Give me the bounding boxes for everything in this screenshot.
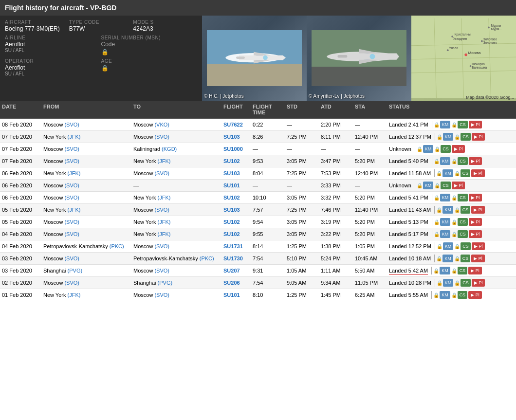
cell-from[interactable]: New York (JFK) [41,170,131,176]
cell-from[interactable]: Moscow (SVO) [41,183,131,188]
cell-to[interactable]: Shanghai (PVG) [131,280,221,286]
play-button[interactable]: ▶ Pl [471,169,485,177]
cell-to[interactable]: — [131,183,221,188]
csv-button[interactable]: CS [461,133,471,141]
modes-label: MODE S [133,19,197,25]
cell-flight[interactable]: SU1000 [221,146,251,152]
cell-flight[interactable]: SU1730 [221,256,251,261]
cell-from[interactable]: Moscow (SVO) [41,231,131,237]
play-button[interactable]: ▶ Pl [469,218,482,226]
cell-from[interactable]: Moscow (SVO) [41,219,131,225]
table-row: 01 Feb 2020 New York (JFK) Moscow (SVO) … [0,289,516,301]
play-button[interactable]: ▶ Pl [468,267,482,274]
cell-flight[interactable]: SU102 [221,231,251,237]
kml-button[interactable]: KM [440,157,451,165]
cell-from[interactable]: Moscow (SVO) [41,146,131,152]
cell-from[interactable]: New York (JFK) [41,207,131,213]
cell-atd: 3:47 PM [319,158,353,164]
cell-sta: — [353,146,387,152]
kml-button[interactable]: KM [440,121,451,128]
cell-flight[interactable]: SU7622 [221,122,251,128]
kml-button[interactable]: KM [440,291,450,299]
kml-button[interactable]: KM [423,182,434,189]
cell-flight[interactable]: SU101 [221,183,251,188]
cell-from[interactable]: Shanghai (PVG) [41,268,131,274]
cell-status: Landed 5:41 PM 🔒 KM 🔒 CS ▶ Pl [387,194,516,201]
cell-from[interactable]: Moscow (SVO) [41,280,131,286]
csv-button[interactable]: CS [461,169,471,177]
cell-to[interactable]: Moscow (SVO) [131,243,221,249]
cell-to[interactable]: New York (JFK) [131,195,221,201]
csv-button[interactable]: CS [458,291,468,299]
csv-button[interactable]: CS [461,206,471,214]
csv-button[interactable]: CS [458,157,468,165]
kml-button[interactable]: KM [442,206,453,214]
play-button[interactable]: ▶ Pl [452,182,465,189]
cell-flight[interactable]: SU102 [221,219,251,225]
play-button[interactable]: ▶ Pl [468,291,482,299]
cell-from[interactable]: New York (JFK) [41,292,131,298]
cell-from[interactable]: Moscow (SVO) [41,195,131,201]
kml-button[interactable]: KM [443,242,454,250]
cell-flight[interactable]: SU206 [221,280,251,286]
cell-from[interactable]: Petropavlovsk-Kamchatsky (PKC) [41,243,131,249]
csv-button[interactable]: CS [458,230,468,238]
play-button[interactable]: ▶ Pl [452,145,465,153]
kml-button[interactable]: KM [440,267,450,274]
cell-flight[interactable]: SU101 [221,292,251,298]
cell-to[interactable]: New York (JFK) [131,231,221,237]
kml-button[interactable]: KM [443,133,454,141]
svg-point-32 [488,27,490,29]
cell-to[interactable]: Moscow (VKO) [131,122,221,128]
cell-to[interactable]: Moscow (SVO) [131,268,221,274]
kml-button[interactable]: KM [440,218,451,226]
play-button[interactable]: ▶ Pl [469,194,482,201]
play-button[interactable]: ▶ Pl [469,230,482,238]
cell-flight[interactable]: SU103 [221,134,251,140]
lock-csv-icon: 🔒 [451,268,457,274]
play-button[interactable]: ▶ Pl [472,242,485,250]
play-button[interactable]: ▶ Pl [469,157,482,165]
csv-button[interactable]: CS [441,145,451,153]
kml-button[interactable]: KM [440,230,451,238]
cell-flight[interactable]: SU103 [221,207,251,213]
cell-flight[interactable]: SU1731 [221,243,251,249]
kml-button[interactable]: KM [443,279,454,287]
cell-to[interactable]: Kaliningrad (KGD) [131,146,221,152]
table-row: 06 Feb 2020 Moscow (SVO) New York (JFK) … [0,192,516,204]
csv-button[interactable]: CS [461,242,471,250]
csv-button[interactable]: CS [458,194,468,201]
svg-text:Москва: Москва [468,51,481,55]
csv-button[interactable]: CS [461,279,471,287]
cell-to[interactable]: Moscow (SVO) [131,134,221,140]
csv-button[interactable]: CS [461,255,471,262]
aircraft-value: Boeing 777-3M0(ER) [5,25,69,32]
cell-to[interactable]: New York (JFK) [131,158,221,164]
cell-to[interactable]: Petropavlovsk-Kamchatsky (PKC) [131,256,221,261]
cell-from[interactable]: Moscow (SVO) [41,158,131,164]
cell-flight[interactable]: SU102 [221,158,251,164]
cell-from[interactable]: New York (JFK) [41,134,131,140]
play-button[interactable]: ▶ Pl [469,121,482,128]
cell-flight[interactable]: SU103 [221,170,251,176]
play-button[interactable]: ▶ Pl [472,133,485,141]
play-button[interactable]: ▶ Pl [472,279,485,287]
cell-to[interactable]: Moscow (SVO) [131,292,221,298]
kml-button[interactable]: KM [440,194,451,201]
kml-button[interactable]: KM [442,255,453,262]
cell-to[interactable]: New York (JFK) [131,219,221,225]
cell-flight[interactable]: SU207 [221,268,251,274]
play-button[interactable]: ▶ Pl [471,206,485,214]
cell-from[interactable]: Moscow (SVO) [41,256,131,261]
csv-button[interactable]: CS [458,267,468,274]
play-button[interactable]: ▶ Pl [471,255,485,262]
csv-button[interactable]: CS [441,182,451,189]
cell-from[interactable]: Moscow (SVO) [41,122,131,128]
kml-button[interactable]: KM [442,169,453,177]
cell-flight[interactable]: SU102 [221,195,251,201]
csv-button[interactable]: CS [458,218,468,226]
cell-to[interactable]: Moscow (SVO) [131,170,221,176]
cell-to[interactable]: Moscow (SVO) [131,207,221,213]
csv-button[interactable]: CS [458,121,468,128]
kml-button[interactable]: KM [423,145,434,153]
